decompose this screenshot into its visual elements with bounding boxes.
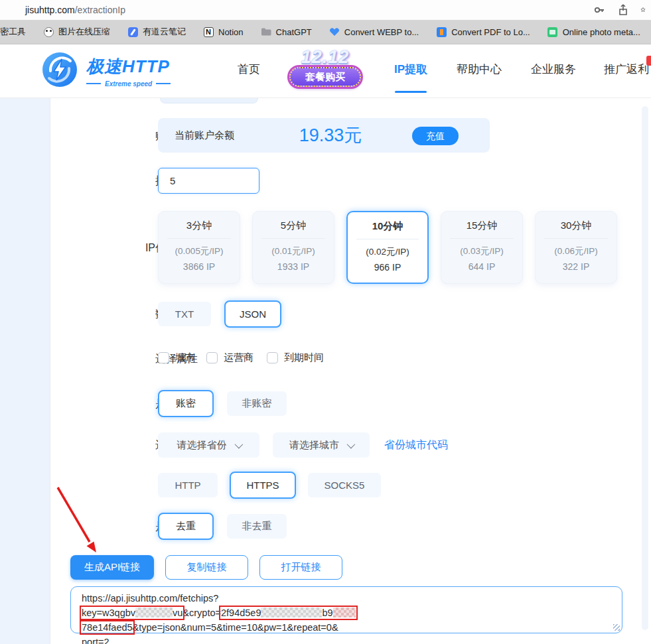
duration-count: 966 IP: [348, 262, 427, 273]
promo-banner[interactable]: 12.12 套餐购买: [287, 48, 363, 92]
url-host: jisuhttp.com: [25, 5, 75, 15]
dedupe-option-no[interactable]: 非去重: [227, 514, 287, 539]
bookmark-label: Online photo meta...: [563, 27, 640, 37]
panda-icon: [43, 27, 54, 37]
nav-item-referral[interactable]: 推广返利: [604, 62, 649, 77]
checkbox-label: 城市: [175, 352, 195, 364]
duration-title: 15分钟: [441, 220, 522, 232]
open-link-button[interactable]: 打开链接: [259, 555, 342, 580]
folder-icon: [261, 27, 271, 37]
bookmark-label: 有道云笔记: [143, 26, 186, 38]
url-text: &crypto=: [182, 608, 221, 618]
pdf-converter-icon: [436, 27, 447, 37]
protocol-option-http[interactable]: HTTP: [158, 473, 218, 497]
duration-count: 322 IP: [536, 261, 616, 272]
api-url-line2: key=w3qgbvvu&crypto=2f94d5e9b978e14faed5…: [82, 606, 611, 635]
bookmark-item[interactable]: Online photo meta...: [547, 27, 640, 37]
bookmark-item[interactable]: ChatGPT: [261, 27, 312, 37]
bookmark-item[interactable]: 图片在线压缩: [43, 26, 110, 38]
divider: [544, 238, 608, 239]
checkbox-city[interactable]: 城市: [158, 352, 195, 364]
checkbox-box[interactable]: [267, 352, 278, 363]
duration-option-30min[interactable]: 30分钟 (0.06元/IP) 322 IP: [535, 211, 617, 284]
chevron-down-icon: [234, 440, 243, 448]
duration-price: (0.005元/IP): [159, 245, 240, 257]
bookmark-label: 图片在线压缩: [58, 26, 110, 38]
protocol-option-https-selected[interactable]: HTTPS: [230, 472, 296, 499]
nav-item-help-center[interactable]: 帮助中心: [457, 62, 502, 77]
nav-item-home[interactable]: 首页: [238, 62, 260, 77]
bookmark-label: 加密工具: [0, 26, 26, 38]
promo-pill: 套餐购买: [289, 67, 361, 87]
bookmark-item[interactable]: Convert WEBP to...: [329, 27, 419, 37]
site-logo[interactable]: 极速HTTP Extreme speed: [41, 51, 171, 91]
format-option-json-selected[interactable]: JSON: [224, 300, 281, 328]
auth-option-no-account[interactable]: 非账密: [227, 391, 287, 416]
recharge-button[interactable]: 充值: [412, 127, 459, 145]
copy-link-button[interactable]: 复制链接: [165, 555, 248, 580]
password-key-icon[interactable]: [593, 3, 606, 17]
duration-title: 30分钟: [536, 220, 616, 232]
bookmark-label: Convert WEBP to...: [344, 27, 419, 37]
dash-decoration: [156, 83, 171, 84]
checkbox-label: 到期时间: [284, 352, 324, 364]
bookmark-item[interactable]: 加密工具: [0, 26, 26, 38]
red-annotation-arrow: [48, 480, 108, 559]
dedupe-option-yes-selected[interactable]: 去重: [158, 513, 214, 540]
nav-item-label: IP提取: [394, 63, 427, 76]
protocol-option-socks5[interactable]: SOCKS5: [308, 473, 381, 497]
province-city-code-link[interactable]: 省份城市代码: [384, 438, 448, 452]
bookmark-item[interactable]: Convert PDF to Lo...: [436, 27, 530, 37]
resize-handle[interactable]: [613, 624, 620, 631]
auth-option-account-selected[interactable]: 账密: [158, 390, 214, 417]
checkbox-box[interactable]: [158, 352, 169, 363]
api-url-line1: https://api.jisuhttp.com/fetchips?: [82, 591, 611, 606]
api-url-textarea[interactable]: https://api.jisuhttp.com/fetchips? key=w…: [70, 586, 622, 633]
duration-option-10min-selected[interactable]: 10分钟 (0.02元/IP) 966 IP: [346, 211, 429, 284]
duration-count: 3866 IP: [159, 261, 240, 272]
duration-option-15min[interactable]: 15分钟 (0.03元/IP) 644 IP: [441, 211, 523, 284]
url-text: b9: [322, 608, 332, 618]
share-icon[interactable]: [616, 3, 630, 17]
pixelated-crypto-blur: [261, 608, 322, 617]
duration-price: (0.06元/IP): [536, 245, 616, 257]
city-dropdown[interactable]: 请选择城市: [273, 432, 370, 458]
checkbox-carrier[interactable]: 运营商: [206, 352, 253, 364]
city-placeholder: 请选择城市: [289, 439, 339, 452]
pixelated-key-blur: [135, 608, 173, 617]
bookmark-label: ChatGPT: [276, 27, 312, 37]
province-placeholder: 请选择省份: [177, 439, 227, 452]
duration-title: 5分钟: [253, 220, 334, 232]
redacted-key-highlight: key=w3qgbvvu: [82, 608, 182, 618]
bookmark-item[interactable]: 有道云笔记: [127, 26, 186, 38]
format-option-txt[interactable]: TXT: [158, 302, 211, 326]
checkbox-box[interactable]: [206, 352, 218, 363]
bookmarks-bar: 加密工具 图片在线压缩 有道云笔记 N Notion ChatGPT Conve…: [0, 20, 651, 44]
bookmark-label: Convert PDF to Lo...: [451, 27, 530, 37]
bookmark-item[interactable]: N Notion: [203, 27, 244, 37]
nav-item-ip-extract[interactable]: IP提取: [394, 62, 427, 77]
bookmark-label: Notion: [218, 27, 244, 37]
notion-icon: N: [203, 27, 214, 37]
url-text: &type=json&num=5&time=10&pw=1&repeat=0&: [133, 622, 338, 633]
divider: [167, 238, 231, 239]
extraction-form-card: 账户概况 当前账户余额 19.33元 充值 提取数量 5 IP使用时长 3分钟 …: [50, 98, 651, 644]
nav-item-enterprise[interactable]: 企业服务: [531, 62, 576, 77]
checkbox-expiry[interactable]: 到期时间: [267, 352, 324, 364]
province-dropdown[interactable]: 请选择省份: [158, 432, 259, 458]
active-tab-underline: [395, 91, 427, 93]
url-text: 2f94d5e9: [221, 608, 261, 618]
balance-panel: 当前账户余额 19.33元 充值: [158, 118, 490, 153]
browser-toolbar: jisuhttp.com/extractionIp: [0, 0, 651, 20]
scrollbar[interactable]: [642, 106, 648, 630]
duration-option-3min[interactable]: 3分钟 (0.005元/IP) 3866 IP: [158, 211, 240, 284]
logo-title: 极速HTTP: [86, 55, 171, 78]
duration-option-5min[interactable]: 5分钟 (0.01元/IP) 1933 IP: [252, 211, 334, 284]
clipped-red-badge: [646, 56, 651, 66]
address-bar[interactable]: jisuhttp.com/extractionIp: [25, 5, 125, 15]
dash-decoration: [86, 83, 101, 84]
duration-price: (0.01元/IP): [253, 245, 334, 257]
chevron-down-icon: [347, 440, 356, 448]
quantity-input[interactable]: 5: [158, 168, 259, 194]
clipped-toolbar-icon[interactable]: [640, 3, 646, 17]
